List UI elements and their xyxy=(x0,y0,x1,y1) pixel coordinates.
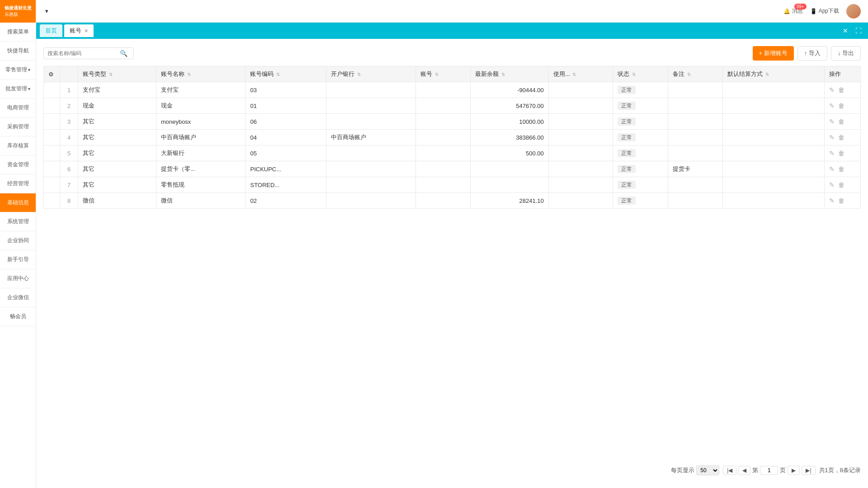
row-remark xyxy=(668,114,723,130)
first-page-button[interactable]: |◀ xyxy=(723,466,736,475)
edit-icon[interactable]: ✎ xyxy=(829,134,835,141)
search-input[interactable] xyxy=(47,50,120,56)
type-column-header[interactable]: 账号类型 ⇅ xyxy=(78,66,156,82)
sidebar-item-system-mgmt[interactable]: 系统管理 xyxy=(0,212,36,231)
row-remark: 提货卡 xyxy=(668,161,723,177)
delete-icon[interactable]: 🗑 xyxy=(838,134,844,141)
sidebar-item-quick-nav[interactable]: 快捷导航 xyxy=(0,42,36,61)
toolbar: 🔍 + 新增账号 ↑ 导入 ↓ 导出 xyxy=(43,46,861,61)
brand-name: 畅捷通财生意 xyxy=(5,5,32,11)
status-column-header[interactable]: 状态 ⇅ xyxy=(613,66,668,82)
row-index: 2 xyxy=(60,98,78,114)
user-avatar[interactable] xyxy=(846,4,861,19)
sort-icon: ⇅ xyxy=(187,72,191,77)
logo: 畅捷通财生意 乐惠版 xyxy=(0,0,36,23)
notification-button[interactable]: 🔔 消息 99+ xyxy=(783,7,803,15)
search-box[interactable]: 🔍 xyxy=(43,47,134,59)
sort-icon: ⇅ xyxy=(276,72,280,77)
sidebar-item-capital-mgmt[interactable]: 资金管理 xyxy=(0,155,36,174)
row-default-settlement xyxy=(723,145,825,161)
sidebar-item-wholesale-mgmt[interactable]: 批发管理 ▾ xyxy=(0,80,36,99)
chevron-down-icon: ▾ xyxy=(45,8,48,14)
sidebar-item-purchase-mgmt[interactable]: 采购管理 xyxy=(0,117,36,136)
import-button[interactable]: ↑ 导入 xyxy=(797,46,827,61)
delete-icon[interactable]: 🗑 xyxy=(838,150,844,157)
app-download-button[interactable]: 📱 App下载 xyxy=(810,7,839,15)
next-page-button[interactable]: ▶ xyxy=(788,466,800,475)
delete-icon[interactable]: 🗑 xyxy=(838,118,844,125)
sidebar-item-enterprise-agreement[interactable]: 企业协同 xyxy=(0,231,36,250)
page-size-select[interactable]: 50 100 200 xyxy=(696,465,719,475)
delete-icon[interactable]: 🗑 xyxy=(838,102,844,109)
row-remark xyxy=(668,130,723,145)
edit-icon[interactable]: ✎ xyxy=(829,118,835,125)
tab-account[interactable]: 账号 ✕ xyxy=(64,24,94,37)
sidebar-item-new-guide[interactable]: 新手引导 xyxy=(0,250,36,269)
table-row: 1 支付宝 支付宝 03 -90444.00 正常 ✎ 🗑 xyxy=(44,82,861,98)
delete-icon[interactable]: 🗑 xyxy=(838,165,844,173)
sidebar-item-vip-member[interactable]: 畅会员 xyxy=(0,307,36,326)
sort-icon: ⇅ xyxy=(632,72,636,77)
tab-home[interactable]: 首页 xyxy=(40,24,62,37)
tab-bar: 首页 账号 ✕ ✕ ⛶ xyxy=(36,23,868,39)
row-type: 其它 xyxy=(78,145,156,161)
edit-icon[interactable]: ✎ xyxy=(829,150,835,157)
sidebar-item-ecommerce-mgmt[interactable]: 电商管理 xyxy=(0,99,36,117)
row-remark xyxy=(668,98,723,114)
add-account-button[interactable]: + 新增账号 xyxy=(753,46,794,61)
page-number-input[interactable] xyxy=(760,466,778,475)
delete-icon[interactable]: 🗑 xyxy=(838,181,844,188)
row-bank xyxy=(326,82,416,98)
delete-icon[interactable]: 🗑 xyxy=(838,197,844,204)
row-settings xyxy=(44,161,60,177)
index-column-header xyxy=(60,66,78,82)
sidebar-item-enterprise-wechat[interactable]: 企业微信 xyxy=(0,288,36,307)
export-button[interactable]: ↓ 导出 xyxy=(831,46,861,61)
row-remark xyxy=(668,145,723,161)
row-usage xyxy=(548,130,613,145)
tab-expand-icon[interactable]: ⛶ xyxy=(853,26,864,35)
account-column-header[interactable]: 账号 ⇅ xyxy=(415,66,470,82)
row-balance: 28241.10 xyxy=(470,193,548,209)
sidebar-item-inventory-calc[interactable]: 库存核算 xyxy=(0,136,36,155)
search-icon[interactable]: 🔍 xyxy=(120,50,127,57)
tab-close-icon[interactable]: ✕ xyxy=(84,28,88,34)
last-page-button[interactable]: ▶| xyxy=(802,466,815,475)
row-settings xyxy=(44,130,60,145)
balance-column-header[interactable]: 最新余额 ⇅ xyxy=(470,66,548,82)
app-download-label: App下载 xyxy=(819,7,839,15)
edit-icon[interactable]: ✎ xyxy=(829,102,835,109)
row-usage xyxy=(548,161,613,177)
code-column-header[interactable]: 账号编码 ⇅ xyxy=(245,66,326,82)
sidebar: 畅捷通财生意 乐惠版 搜索菜单 快捷导航 零售管理 ▾ 批发管理 ▾ 电商管理 … xyxy=(0,0,36,488)
edit-icon[interactable]: ✎ xyxy=(829,86,835,94)
name-column-header[interactable]: 账号名称 ⇅ xyxy=(156,66,245,82)
sort-icon: ⇅ xyxy=(687,72,691,77)
settings-column-header[interactable]: ⚙ xyxy=(44,66,60,82)
delete-icon[interactable]: 🗑 xyxy=(838,86,844,94)
usage-column-header[interactable]: 使用... ⇅ xyxy=(548,66,613,82)
bell-icon: 🔔 xyxy=(783,8,790,14)
actions-column-header: 操作 xyxy=(825,66,861,82)
page-size-selector: 每页显示 50 100 200 xyxy=(671,465,719,475)
notification-badge: 99+ xyxy=(794,4,807,9)
tab-close-all-icon[interactable]: ✕ xyxy=(840,26,851,35)
store-selector[interactable]: ▾ xyxy=(43,8,48,14)
edit-icon[interactable]: ✎ xyxy=(829,165,835,173)
table-row: 6 其它 提货卡（零... PICKUPC... 正常 提货卡 ✎ 🗑 xyxy=(44,161,861,177)
default-settlement-column-header[interactable]: 默认结算方式 ⇅ xyxy=(723,66,825,82)
sidebar-item-app-center[interactable]: 应用中心 xyxy=(0,269,36,288)
row-name: 大新银行 xyxy=(156,145,245,161)
chevron-down-icon: ▾ xyxy=(28,86,30,91)
row-usage xyxy=(548,193,613,209)
sidebar-item-retail-mgmt[interactable]: 零售管理 ▾ xyxy=(0,61,36,80)
sidebar-item-operations-mgmt[interactable]: 经营管理 xyxy=(0,174,36,193)
prev-page-button[interactable]: ◀ xyxy=(738,466,750,475)
bank-column-header[interactable]: 开户银行 ⇅ xyxy=(326,66,416,82)
edit-icon[interactable]: ✎ xyxy=(829,197,835,204)
sidebar-item-search-menu[interactable]: 搜索菜单 xyxy=(0,23,36,42)
sidebar-item-basic-info[interactable]: 基础信息 xyxy=(0,193,36,212)
remark-column-header[interactable]: 备注 ⇅ xyxy=(668,66,723,82)
row-actions: ✎ 🗑 xyxy=(825,177,861,193)
edit-icon[interactable]: ✎ xyxy=(829,181,835,188)
